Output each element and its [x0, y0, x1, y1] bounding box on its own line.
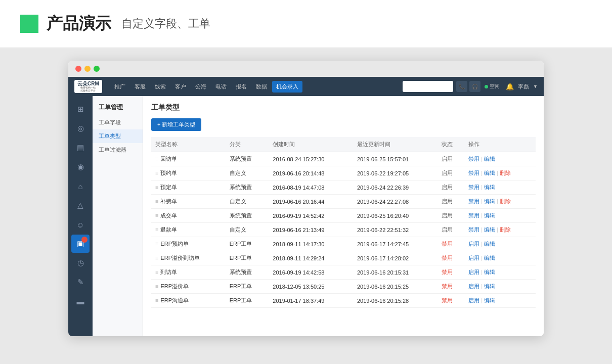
- action-separator: |: [481, 297, 483, 303]
- nav-item-tuiguang[interactable]: 推广: [110, 81, 129, 93]
- nav-item-kehu[interactable]: 客户: [171, 81, 190, 93]
- col-name: 类型名称: [151, 137, 226, 152]
- action-编辑[interactable]: 编辑: [484, 283, 495, 289]
- nav-item-gonghai[interactable]: 公海: [191, 81, 210, 93]
- sidebar-icon-shield[interactable]: ◎: [71, 119, 90, 138]
- nav-item-dianhua[interactable]: 电话: [211, 81, 231, 93]
- row-handle-icon: ≡: [155, 156, 158, 162]
- row-handle-icon: ≡: [155, 170, 158, 176]
- action-编辑[interactable]: 编辑: [484, 226, 495, 233]
- cell-created: 2016-08-19 14:47:08: [269, 180, 353, 195]
- cell-status: 启用: [438, 209, 465, 223]
- action-编辑[interactable]: 编辑: [484, 156, 495, 162]
- sidebar-icon-home[interactable]: ⌂: [71, 177, 90, 195]
- sidebar-icon-bell[interactable]: △: [71, 196, 90, 214]
- action-separator: |: [481, 283, 483, 289]
- status-text: 空闲: [490, 83, 500, 90]
- sidebar-icon-chart[interactable]: ▤: [71, 139, 90, 157]
- cell-category: 系统预置: [226, 180, 269, 195]
- action-禁用[interactable]: 禁用: [468, 212, 479, 218]
- table-row: ≡预定单系统预置2016-08-19 14:47:082019-06-24 22…: [151, 180, 536, 195]
- dot-green[interactable]: [94, 66, 100, 72]
- nav-phone-icon[interactable]: 📞: [456, 81, 467, 92]
- sidebar-icon-user[interactable]: ☺: [71, 215, 90, 234]
- nav-item-baoming[interactable]: 报名: [232, 81, 251, 93]
- row-handle-icon: ≡: [155, 198, 158, 204]
- dot-yellow[interactable]: [84, 66, 91, 72]
- cell-actions: 启用|编辑: [464, 265, 536, 280]
- row-handle-icon: ≡: [155, 226, 158, 233]
- cell-created: 2016-09-19 14:52:42: [269, 209, 353, 223]
- sidebar-icon-grid[interactable]: ⊞: [71, 100, 90, 118]
- action-启用[interactable]: 启用: [468, 255, 479, 261]
- action-禁用[interactable]: 禁用: [468, 184, 479, 190]
- cell-name: ≡预约单: [151, 166, 226, 180]
- nav-item-jiyilu[interactable]: 机会录入: [272, 81, 302, 93]
- main-area: 云朵CRM 教育机构一站 式服务云平台 推广 客服 线索 客户 公海 电话 报名…: [0, 48, 612, 364]
- nav-bell-icon[interactable]: 🔔: [506, 83, 514, 90]
- sub-sidebar-item-fields[interactable]: 工单字段: [93, 116, 143, 129]
- action-禁用[interactable]: 禁用: [468, 198, 479, 204]
- cell-actions: 禁用|编辑|删除: [464, 166, 536, 180]
- cell-updated: 2019-06-16 20:15:31: [353, 265, 438, 280]
- table-row: ≡补费单自定义2019-06-16 20:16:442019-06-24 22:…: [151, 195, 536, 209]
- nav-item-xiansuo[interactable]: 线索: [151, 81, 170, 93]
- cell-updated: 2019-06-17 14:27:45: [353, 237, 438, 251]
- status-badge: 禁用: [442, 255, 453, 261]
- nav-right: 🔔 李磊 ▼: [506, 83, 538, 90]
- action-删除[interactable]: 删除: [500, 170, 511, 176]
- action-启用[interactable]: 启用: [468, 241, 479, 247]
- sub-sidebar-item-filters[interactable]: 工单过滤器: [93, 143, 143, 157]
- nav-headset-icon[interactable]: 🎧: [469, 81, 480, 92]
- sidebar-icon-clock[interactable]: ◷: [71, 254, 90, 272]
- action-启用[interactable]: 启用: [468, 283, 479, 289]
- row-handle-icon: ≡: [155, 184, 158, 190]
- action-separator: |: [497, 198, 498, 204]
- sub-sidebar-title: 工单管理: [93, 100, 143, 116]
- action-编辑[interactable]: 编辑: [484, 184, 495, 190]
- action-禁用[interactable]: 禁用: [468, 156, 479, 162]
- action-编辑[interactable]: 编辑: [484, 212, 495, 218]
- action-编辑[interactable]: 编辑: [484, 170, 495, 176]
- sidebar-icon-card[interactable]: ▬: [71, 292, 90, 310]
- nav-item-shuju[interactable]: 数据: [252, 81, 271, 93]
- browser-chrome: [68, 61, 544, 77]
- action-启用[interactable]: 启用: [468, 297, 479, 303]
- page-title: 工单类型: [151, 103, 536, 112]
- cell-name: ≡预定单: [151, 180, 226, 195]
- action-编辑[interactable]: 编辑: [484, 198, 495, 204]
- table-row: ≡ERP沟通单ERP工单2019-01-17 18:37:492019-06-1…: [151, 294, 536, 308]
- action-编辑[interactable]: 编辑: [484, 297, 495, 303]
- cell-category: 自定义: [226, 223, 269, 237]
- nav-item-kefu[interactable]: 客服: [130, 81, 150, 93]
- add-type-button[interactable]: + 新增工单类型: [151, 118, 201, 131]
- top-nav: 云朵CRM 教育机构一站 式服务云平台 推广 客服 线索 客户 公海 电话 报名…: [68, 77, 544, 96]
- action-禁用[interactable]: 禁用: [468, 226, 479, 233]
- cell-created: 2019-06-16 21:13:49: [269, 223, 353, 237]
- cell-status: 禁用: [438, 265, 465, 280]
- status-badge: 启用: [442, 184, 453, 190]
- dot-red[interactable]: [75, 66, 81, 72]
- action-编辑[interactable]: 编辑: [484, 255, 495, 261]
- action-编辑[interactable]: 编辑: [484, 269, 495, 275]
- nav-status: 空闲: [485, 83, 500, 90]
- nav-dropdown-icon[interactable]: ▼: [533, 84, 538, 89]
- cell-actions: 禁用|编辑: [464, 152, 536, 166]
- action-删除[interactable]: 删除: [500, 226, 511, 233]
- action-禁用[interactable]: 禁用: [468, 170, 479, 176]
- status-badge: 启用: [442, 212, 453, 218]
- sidebar-icon-ticket[interactable]: ▣: [71, 235, 90, 253]
- table-row: ≡ERP溢价单ERP工单2018-12-05 13:50:252019-06-1…: [151, 280, 536, 294]
- sidebar: ⊞ ◎ ▤ ◉ ⌂ △ ☺ ▣ ◷ ✎ ▬: [68, 96, 93, 336]
- cell-created: 2016-08-24 15:27:30: [269, 152, 353, 166]
- table-row: ≡回访单系统预置2016-08-24 15:27:302019-06-25 15…: [151, 152, 536, 166]
- sidebar-icon-pencil[interactable]: ✎: [71, 273, 90, 291]
- cell-category: 系统预置: [226, 152, 269, 166]
- sub-sidebar-item-types[interactable]: 工单类型: [93, 129, 143, 143]
- action-启用[interactable]: 启用: [468, 269, 479, 275]
- action-删除[interactable]: 删除: [500, 198, 511, 204]
- cell-status: 启用: [438, 152, 465, 166]
- action-编辑[interactable]: 编辑: [484, 241, 495, 247]
- action-separator: |: [481, 255, 483, 261]
- sidebar-icon-target[interactable]: ◉: [71, 158, 90, 176]
